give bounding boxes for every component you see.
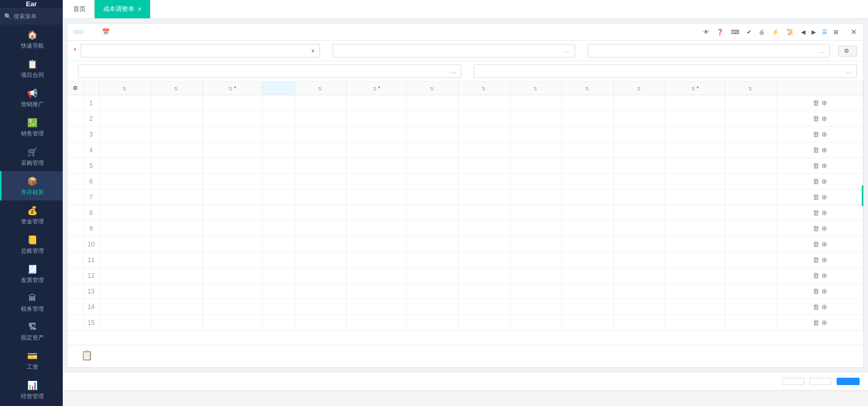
row-before-amount-cell[interactable]: [510, 111, 562, 127]
row-adj-amount-cell[interactable]: [665, 252, 725, 268]
row-warehouse-cell[interactable]: [151, 111, 202, 127]
row-before-amount-cell[interactable]: [510, 127, 562, 142]
view-toggle-2[interactable]: ⊞: [833, 29, 838, 36]
row-before-price-cell[interactable]: [458, 236, 510, 252]
row-unit-cell[interactable]: [347, 268, 407, 284]
th-before-price[interactable]: ⇅: [458, 82, 510, 95]
th-scan-input[interactable]: [262, 82, 295, 95]
row-income-contract-cell[interactable]: [725, 95, 777, 111]
nav-prev-btn[interactable]: ◀: [801, 29, 805, 36]
settings-btn[interactable]: ⚙: [838, 46, 857, 57]
th-unit[interactable]: ⇅*: [347, 82, 407, 95]
row-spec-cell[interactable]: [295, 111, 347, 127]
row-unit-cell[interactable]: [347, 299, 407, 315]
row-product-cell[interactable]: [202, 95, 262, 111]
row-spec-cell[interactable]: [295, 221, 347, 236]
row-warehouse-cell[interactable]: [151, 252, 202, 268]
row-after-amount-cell[interactable]: [613, 158, 665, 174]
row-income-contract-cell[interactable]: [725, 111, 777, 127]
row-adj-qty-cell[interactable]: [407, 158, 459, 174]
row-before-amount-cell[interactable]: [510, 189, 562, 205]
row-before-price-cell[interactable]: [458, 95, 510, 111]
row-before-amount-cell[interactable]: [510, 284, 562, 299]
row-unit-cell[interactable]: [347, 158, 407, 174]
biz-type-input[interactable]: ▼: [81, 44, 321, 58]
row-after-price-cell[interactable]: [562, 205, 613, 221]
row-adj-qty-cell[interactable]: [407, 142, 459, 158]
row-scan-cell[interactable]: [262, 142, 295, 158]
row-product-cell[interactable]: [202, 205, 262, 221]
row-project-cell[interactable]: [99, 268, 151, 284]
row-after-price-cell[interactable]: [562, 142, 613, 158]
row-spec-cell[interactable]: [295, 174, 347, 189]
row-scan-cell[interactable]: [262, 127, 295, 142]
row-unit-cell[interactable]: [347, 142, 407, 158]
row-project-cell[interactable]: [99, 174, 151, 189]
row-after-amount-cell[interactable]: [613, 236, 665, 252]
row-income-contract-cell[interactable]: [725, 189, 777, 205]
row-project-cell[interactable]: [99, 111, 151, 127]
sidebar-item-purchase-mgmt[interactable]: 🛒采购管理: [0, 142, 63, 171]
row-spec-cell[interactable]: [295, 284, 347, 299]
row-delete-btn[interactable]: 🗑: [813, 287, 819, 295]
row-income-contract-cell[interactable]: [725, 221, 777, 236]
row-project-cell[interactable]: [99, 252, 151, 268]
row-delete-btn[interactable]: 🗑: [813, 177, 819, 185]
row-after-price-cell[interactable]: [562, 268, 613, 284]
tab-cost-adjust[interactable]: 成本调整单✕: [95, 0, 151, 18]
row-scan-cell[interactable]: [262, 111, 295, 127]
row-copy-btn[interactable]: ⊕: [821, 162, 827, 170]
th-after-price[interactable]: ⇅: [562, 82, 613, 95]
row-copy-btn[interactable]: ⊕: [821, 130, 827, 138]
row-adj-qty-cell[interactable]: [407, 205, 459, 221]
th-income-contract[interactable]: ⇅: [725, 82, 777, 95]
row-project-cell[interactable]: [99, 95, 151, 111]
row-after-price-cell[interactable]: [562, 236, 613, 252]
row-delete-btn[interactable]: 🗑: [813, 193, 819, 201]
row-income-contract-cell[interactable]: [725, 268, 777, 284]
row-project-cell[interactable]: [99, 127, 151, 142]
row-income-contract-cell[interactable]: [725, 174, 777, 189]
row-after-amount-cell[interactable]: [613, 268, 665, 284]
row-after-amount-cell[interactable]: [613, 205, 665, 221]
row-income-contract-cell[interactable]: [725, 142, 777, 158]
row-copy-btn[interactable]: ⊕: [821, 115, 827, 122]
row-project-cell[interactable]: [99, 221, 151, 236]
row-adj-qty-cell[interactable]: [407, 95, 459, 111]
row-adj-amount-cell[interactable]: [665, 142, 725, 158]
history-btn[interactable]: 📜: [786, 29, 795, 36]
row-copy-btn[interactable]: ⊕: [821, 209, 827, 217]
row-spec-cell[interactable]: [295, 189, 347, 205]
row-copy-btn[interactable]: ⊕: [821, 303, 827, 311]
row-product-cell[interactable]: [202, 221, 262, 236]
th-settings[interactable]: ⚙: [67, 82, 83, 95]
row-unit-cell[interactable]: [347, 236, 407, 252]
row-after-price-cell[interactable]: [562, 299, 613, 315]
row-delete-btn[interactable]: 🗑: [813, 130, 819, 138]
row-income-contract-cell[interactable]: [725, 252, 777, 268]
row-adj-qty-cell[interactable]: [407, 284, 459, 299]
row-before-amount-cell[interactable]: [510, 158, 562, 174]
row-spec-cell[interactable]: [295, 158, 347, 174]
row-income-contract-cell[interactable]: [725, 127, 777, 142]
row-product-cell[interactable]: [202, 236, 262, 252]
row-unit-cell[interactable]: [347, 95, 407, 111]
row-copy-btn[interactable]: ⊕: [821, 99, 827, 107]
row-after-price-cell[interactable]: [562, 174, 613, 189]
row-scan-cell[interactable]: [262, 189, 295, 205]
row-unit-cell[interactable]: [347, 189, 407, 205]
row-spec-cell[interactable]: [295, 252, 347, 268]
project-input[interactable]: …: [333, 44, 575, 58]
row-copy-btn[interactable]: ⊕: [821, 193, 827, 201]
row-warehouse-cell[interactable]: [151, 221, 202, 236]
row-after-price-cell[interactable]: [562, 111, 613, 127]
row-income-contract-cell[interactable]: [725, 299, 777, 315]
row-unit-cell[interactable]: [347, 221, 407, 236]
row-adj-amount-cell[interactable]: [665, 315, 725, 331]
row-warehouse-cell[interactable]: [151, 127, 202, 142]
row-scan-cell[interactable]: [262, 236, 295, 252]
row-copy-btn[interactable]: ⊕: [821, 177, 827, 185]
row-adj-qty-cell[interactable]: [407, 111, 459, 127]
row-before-amount-cell[interactable]: [510, 252, 562, 268]
row-unit-cell[interactable]: [347, 127, 407, 142]
